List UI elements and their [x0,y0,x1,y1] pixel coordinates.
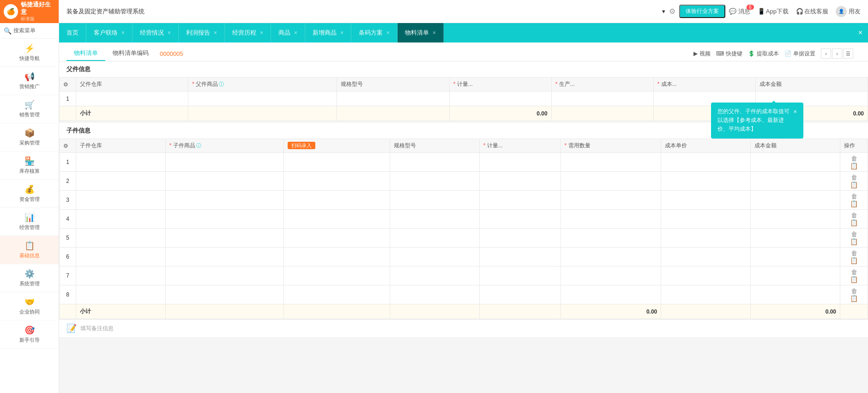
child-unit-price-3[interactable] [661,191,751,210]
single-settings-btn[interactable]: 📄 单据设置 [784,50,815,58]
page-list-btn[interactable]: ☰ [843,48,853,59]
scan-input-btn[interactable]: 扫码录入 [288,142,315,149]
tab-home[interactable]: 首页 [59,23,86,42]
child-unit-price-2[interactable] [661,172,751,191]
child-copy-5[interactable]: 📋 [850,238,858,245]
tab-goods[interactable]: 商品 × [271,23,305,42]
child-unit-4[interactable] [479,210,561,229]
child-spec-5[interactable] [390,229,479,248]
sidebar-item-quicknav[interactable]: ⚡ 快捷导航 [0,39,59,67]
sidebar-item-basic[interactable]: 📋 基础信息 [0,236,59,264]
settings-icon[interactable]: ⚙ [669,7,675,16]
tab-goods-close[interactable]: × [294,30,297,36]
child-copy-7[interactable]: 📋 [850,276,858,283]
child-unit-8[interactable] [479,285,561,304]
child-delete-4[interactable]: 🗑 [851,212,857,219]
tab-bom[interactable]: 物料清单 × [398,23,444,42]
child-unit-5[interactable] [479,229,561,248]
child-qty-5[interactable] [561,229,661,248]
child-warehouse-7[interactable] [76,266,166,285]
child-warehouse-1[interactable] [76,153,166,172]
system-dropdown[interactable]: ▾ [662,8,665,15]
child-unit-price-1[interactable] [661,153,751,172]
child-qty-7[interactable] [561,266,661,285]
message-btn[interactable]: 💬 消息 6 [729,7,750,16]
child-unit-price-4[interactable] [661,210,751,229]
child-copy-8[interactable]: 📋 [850,295,858,302]
child-delete-5[interactable]: 🗑 [851,230,857,238]
child-delete-3[interactable]: 🗑 [851,193,857,200]
experience-btn[interactable]: 体验行业方案 [679,5,725,18]
tab-operations[interactable]: 经营情况 × [133,23,179,42]
tab-history[interactable]: 经营历程 × [225,23,271,42]
child-product-5[interactable] [165,229,283,248]
extract-cost-btn[interactable]: 💲 提取成本 [748,50,779,58]
child-spec-2[interactable] [390,172,479,191]
child-qty-8[interactable] [561,285,661,304]
child-product-7[interactable] [165,266,283,285]
child-copy-6[interactable]: 📋 [850,257,858,264]
shortcut-btn[interactable]: ⌨ 快捷键 [716,50,742,58]
page-next-btn[interactable]: › [832,48,842,59]
child-delete-1[interactable]: 🗑 [851,155,857,162]
parent-spec-1[interactable] [337,91,449,106]
app-download-btn[interactable]: 📱 App下载 [758,7,789,16]
sidebar-item-purchase[interactable]: 📦 采购管理 [0,123,59,151]
child-product-4[interactable] [165,210,283,229]
tab-operations-close[interactable]: × [168,30,171,36]
parent-production-1[interactable] [551,91,653,106]
child-unit-price-6[interactable] [661,248,751,266]
tab-barcode-close[interactable]: × [386,30,390,36]
child-warehouse-3[interactable] [76,191,166,210]
parent-warehouse-1[interactable] [76,91,188,106]
nav-close-all[interactable]: × [853,29,868,37]
child-product-3[interactable] [165,191,283,210]
tab-bom-close[interactable]: × [433,30,436,36]
child-delete-8[interactable]: 🗑 [851,287,857,295]
child-qty-3[interactable] [561,191,661,210]
child-spec-1[interactable] [390,153,479,172]
child-qty-2[interactable] [561,172,661,191]
child-warehouse-6[interactable] [76,248,166,266]
child-unit-7[interactable] [479,266,561,285]
child-qty-6[interactable] [561,248,661,266]
child-spec-7[interactable] [390,266,479,285]
sidebar-item-system[interactable]: ⚙️ 系统管理 [0,264,59,292]
child-copy-4[interactable]: 📋 [850,219,858,226]
child-warehouse-5[interactable] [76,229,166,248]
online-service-btn[interactable]: 🎧 在线客服 [796,7,828,16]
child-unit-price-5[interactable] [661,229,751,248]
child-unit-price-8[interactable] [661,285,751,304]
subtab-bom-list[interactable]: 物料清单 [66,46,105,61]
user-menu[interactable]: 👤 用友 [836,6,861,17]
child-spec-3[interactable] [390,191,479,210]
child-warehouse-2[interactable] [76,172,166,191]
child-unit-3[interactable] [479,191,561,210]
child-product-1[interactable] [165,153,283,172]
sidebar-item-marketing[interactable]: 📢 营销推广 [0,67,59,95]
child-product-8[interactable] [165,285,283,304]
tab-history-close[interactable]: × [260,30,263,36]
subtab-bom-code-tab[interactable]: 物料清单编码 [105,46,156,61]
child-qty-1[interactable] [561,153,661,172]
child-unit-2[interactable] [479,172,561,191]
sidebar-item-inventory[interactable]: 🏪 库存核算 [0,151,59,180]
sidebar-item-operations[interactable]: 📊 经营管理 [0,208,59,236]
child-copy-3[interactable]: 📋 [850,200,858,207]
search-menu-item[interactable]: 🔍 搜索菜单 [0,23,59,39]
child-unit-6[interactable] [479,248,561,266]
child-delete-6[interactable]: 🗑 [851,249,857,257]
parent-product-1[interactable] [188,91,337,106]
child-copy-1[interactable]: 📋 [850,162,858,169]
child-spec-4[interactable] [390,210,479,229]
tab-customer-close[interactable]: × [121,30,125,36]
child-delete-7[interactable]: 🗑 [851,268,857,276]
tab-customer[interactable]: 客户联络 × [86,23,133,42]
sidebar-item-guide[interactable]: 🎯 新手引导 [0,320,59,349]
child-warehouse-4[interactable] [76,210,166,229]
sidebar-item-finance[interactable]: 💰 资金管理 [0,180,59,208]
tab-new-goods-close[interactable]: × [340,30,344,36]
child-copy-2[interactable]: 📋 [850,181,858,188]
sidebar-item-enterprise[interactable]: 🤝 企业协同 [0,292,59,320]
child-product-6[interactable] [165,248,283,266]
